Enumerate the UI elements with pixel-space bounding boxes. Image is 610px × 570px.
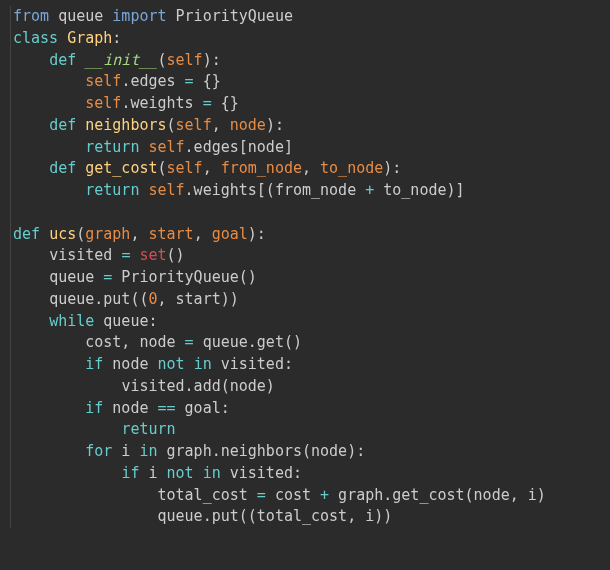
param-self: self	[167, 159, 203, 177]
code-line: def ucs(graph, start, goal):	[13, 224, 610, 246]
comma: ,	[212, 116, 230, 134]
op-assign: =	[257, 486, 266, 504]
keyword-not: not	[158, 355, 185, 373]
dict-literal: {}	[194, 72, 221, 90]
keyword-class: class	[13, 29, 58, 47]
tuple-unpack: cost, node	[85, 333, 184, 351]
code-line: total_cost = cost + graph.get_cost(node,…	[13, 485, 610, 507]
code-line: if i not in visited:	[13, 463, 610, 485]
expr: .edges[node]	[185, 138, 293, 156]
expr: visited:	[212, 355, 293, 373]
expr: queue.get()	[194, 333, 302, 351]
expr: .weights[(from_node	[185, 181, 366, 199]
code-line: def get_cost(self, from_node, to_node):	[13, 158, 610, 180]
dict-literal: {}	[212, 94, 239, 112]
code-block: from queue import PriorityQueueclass Gra…	[0, 0, 610, 528]
code-line: if node not in visited:	[13, 354, 610, 376]
code-line: def __init__(self):	[13, 50, 610, 72]
module-name: queue	[58, 7, 103, 25]
var-queue: queue	[49, 268, 103, 286]
code-line: return self.edges[node]	[13, 137, 610, 159]
var-visited: visited	[49, 246, 121, 264]
code-line: self.weights = {}	[13, 93, 610, 115]
param-node: node	[230, 116, 266, 134]
code-line: def neighbors(self, node):	[13, 115, 610, 137]
code-line: self.edges = {}	[13, 71, 610, 93]
expr: cost	[266, 486, 320, 504]
code-line: from queue import PriorityQueue	[13, 6, 610, 28]
expr: visited:	[221, 464, 302, 482]
code-line: queue = PriorityQueue()	[13, 267, 610, 289]
code-line: class Graph:	[13, 28, 610, 50]
expr: queue.put((	[49, 290, 148, 308]
keyword-return: return	[121, 420, 175, 438]
code-line: visited.add(node)	[13, 376, 610, 398]
ident-self: self	[85, 94, 121, 112]
op-assign: =	[185, 333, 194, 351]
op-assign: =	[203, 94, 212, 112]
paren-colon: ):	[383, 159, 401, 177]
builtin-set: set	[139, 246, 166, 264]
ident-self: self	[85, 72, 121, 90]
colon: :	[112, 29, 121, 47]
keyword-for: for	[85, 442, 112, 460]
assign-target: .edges	[121, 72, 184, 90]
param-start: start	[148, 225, 193, 243]
int-zero: 0	[148, 290, 157, 308]
expr: visited.add(node)	[121, 377, 275, 395]
var-total-cost: total_cost	[158, 486, 257, 504]
iterable: graph.neighbors(node):	[158, 442, 366, 460]
paren-colon: ):	[266, 116, 284, 134]
keyword-if: if	[85, 355, 103, 373]
code-line: if node == goal:	[13, 398, 610, 420]
paren: (	[158, 51, 167, 69]
ctor-call: PriorityQueue()	[112, 268, 257, 286]
param-self: self	[176, 116, 212, 134]
paren-colon: ):	[203, 51, 221, 69]
param-to-node: to_node	[320, 159, 383, 177]
keyword-return: return	[85, 138, 139, 156]
keyword-in: in	[203, 464, 221, 482]
op-plus: +	[365, 181, 374, 199]
expr: goal:	[176, 399, 230, 417]
keyword-def: def	[49, 51, 76, 69]
keyword-import: import	[112, 7, 166, 25]
param-graph: graph	[85, 225, 130, 243]
method-neighbors: neighbors	[85, 116, 166, 134]
op-assign: =	[121, 246, 130, 264]
code-line: queue.put((total_cost, i))	[13, 506, 610, 528]
function-ucs: ucs	[49, 225, 76, 243]
code-line: return	[13, 419, 610, 441]
paren-colon: ):	[248, 225, 266, 243]
keyword-return: return	[85, 181, 139, 199]
keyword-from: from	[13, 7, 49, 25]
method-get-cost: get_cost	[85, 159, 157, 177]
keyword-not: not	[167, 464, 194, 482]
code-line: while queue:	[13, 311, 610, 333]
imported-name: PriorityQueue	[176, 7, 293, 25]
code-line: return self.weights[(from_node + to_node…	[13, 180, 610, 202]
expr: queue.put((total_cost, i))	[158, 507, 393, 525]
code-line: queue.put((0, start))	[13, 289, 610, 311]
expr: node	[103, 355, 157, 373]
expr: graph.get_cost(node, i)	[329, 486, 546, 504]
keyword-def: def	[49, 116, 76, 134]
keyword-def: def	[49, 159, 76, 177]
paren: (	[158, 159, 167, 177]
keyword-in: in	[194, 355, 212, 373]
expr: node	[103, 399, 157, 417]
op-eq: ==	[158, 399, 176, 417]
op-plus: +	[320, 486, 329, 504]
expr: i	[139, 464, 166, 482]
code-line: cost, node = queue.get()	[13, 332, 610, 354]
op-assign: =	[185, 72, 194, 90]
param-from-node: from_node	[221, 159, 302, 177]
keyword-def: def	[13, 225, 40, 243]
keyword-in: in	[139, 442, 157, 460]
loop-var: i	[112, 442, 139, 460]
paren: (	[167, 116, 176, 134]
cond: queue:	[94, 312, 157, 330]
class-name: Graph	[67, 29, 112, 47]
method-init: __init__	[85, 51, 157, 69]
parens: ()	[167, 246, 185, 264]
